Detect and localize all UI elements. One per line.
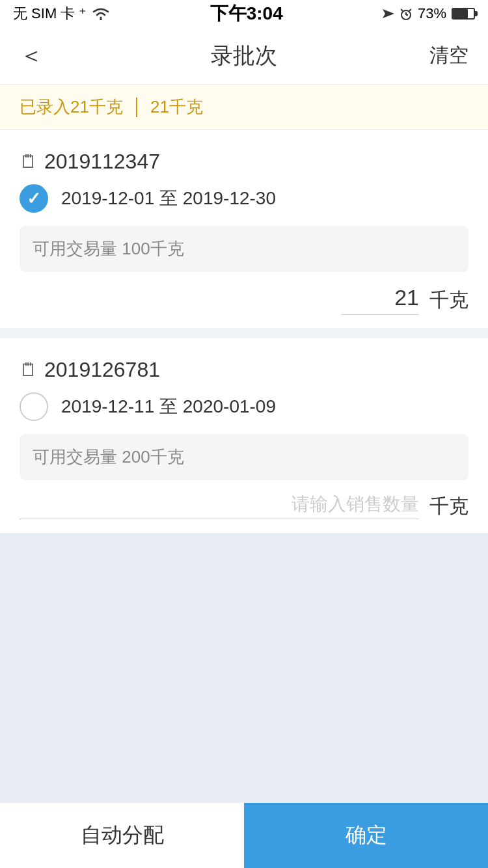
battery-icon [452, 8, 475, 20]
banner-divider [136, 98, 137, 117]
quantity-row-1: 21 千克 [0, 272, 488, 328]
auto-assign-button[interactable]: 自动分配 [0, 803, 244, 868]
quantity-row-2: 千克 [0, 480, 488, 533]
quantity-underline-1: 21 [341, 285, 419, 315]
batch-card-2: 🗒 2019126781 2019-12-11 至 2020-01-09 可用交… [0, 338, 488, 480]
batch-date-2: 2019-12-11 至 2020-01-09 [61, 394, 276, 419]
back-button[interactable]: ＜ [20, 40, 59, 72]
nav-bar: ＜ 录批次 清空 [0, 27, 488, 85]
bottom-empty-area [0, 533, 488, 845]
sim-label: 无 SIM 卡 ⁺ [13, 4, 87, 23]
status-time: 下午3:04 [210, 1, 283, 26]
clear-button[interactable]: 清空 [429, 42, 468, 69]
quantity-value-1: 21 [341, 285, 419, 310]
info-banner: 已录入21千克 21千克 [0, 85, 488, 130]
batch-available-1: 可用交易量 100千克 [33, 239, 184, 258]
svg-line-4 [401, 9, 403, 11]
batch-header-1: 🗒 2019112347 [20, 150, 468, 174]
status-left: 无 SIM 卡 ⁺ [13, 4, 110, 23]
confirm-button[interactable]: 确定 [244, 803, 488, 868]
location-icon [383, 7, 394, 21]
alarm-icon [400, 7, 413, 21]
battery-percent: 73% [418, 5, 446, 22]
recorded-value: 21千克 [150, 96, 203, 118]
batch-header-2: 🗒 2019126781 [20, 358, 468, 382]
batch-quantity-bar-2: 可用交易量 200千克 [20, 434, 468, 480]
batch-doc-icon-1: 🗒 [20, 151, 38, 172]
batch-row-1: 2019-12-01 至 2019-12-30 [20, 184, 468, 213]
wifi-icon [92, 7, 110, 20]
batch-card-1: 🗒 2019112347 2019-12-01 至 2019-12-30 可用交… [0, 130, 488, 272]
checkbox-1[interactable] [20, 184, 48, 213]
status-right: 73% [383, 5, 475, 22]
bottom-buttons: 自动分配 确定 [0, 803, 488, 868]
batch-date-1: 2019-12-01 至 2019-12-30 [61, 186, 276, 211]
batch-id-2: 2019126781 [44, 358, 160, 382]
recorded-label: 已录入21千克 [20, 96, 123, 118]
batch-available-2: 可用交易量 200千克 [33, 447, 184, 467]
svg-line-5 [409, 9, 411, 11]
quantity-unit-2: 千克 [429, 493, 468, 520]
checkbox-2[interactable] [20, 392, 48, 421]
quantity-input-2[interactable] [20, 494, 419, 515]
page-title: 录批次 [211, 41, 277, 71]
batch-doc-icon-2: 🗒 [20, 359, 38, 381]
svg-marker-0 [383, 9, 394, 18]
batch-quantity-bar-1: 可用交易量 100千克 [20, 226, 468, 272]
quantity-unit-1: 千克 [429, 287, 468, 314]
batch-row-2: 2019-12-11 至 2020-01-09 [20, 392, 468, 421]
batch-id-1: 2019112347 [44, 150, 160, 174]
status-bar: 无 SIM 卡 ⁺ 下午3:04 73% [0, 0, 488, 27]
quantity-underline-2 [20, 494, 419, 519]
separator-1 [0, 328, 488, 338]
